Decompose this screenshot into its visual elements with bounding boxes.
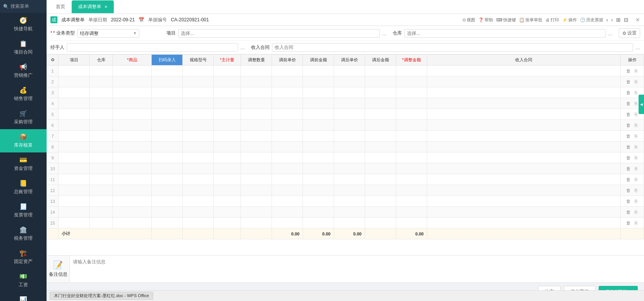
cell-8-6[interactable] [241,142,272,152]
cell-1-1[interactable] [90,66,113,76]
action-print[interactable]: 🖨 打印 [545,17,559,23]
delete-btn-5[interactable]: 🗑 [625,111,632,118]
delete-btn-1[interactable]: 🗑 [625,68,632,74]
cell-5-2[interactable] [113,109,152,120]
copy-btn-1[interactable]: ⎘ [633,68,639,74]
cell-6-2[interactable] [113,120,152,131]
cell-15-6[interactable] [241,218,272,228]
cell-2-10[interactable] [365,76,396,87]
cell-7-4[interactable] [183,131,214,142]
cell-14-0[interactable] [59,207,90,218]
cell-2-7[interactable] [272,76,303,87]
delete-btn-13[interactable]: 🗑 [625,198,632,204]
action-review[interactable]: 📋 按单审批 [519,17,542,23]
cell-2-9[interactable] [334,76,365,87]
cell-2-0[interactable] [59,76,90,87]
cell-1-7[interactable] [272,66,303,76]
cell-4-1[interactable] [90,98,113,109]
cell-9-12[interactable] [427,152,621,163]
action-history[interactable]: 🕐 历史票据 [580,17,603,23]
action-help[interactable]: ❓ 帮助 [478,17,493,23]
cell-11-6[interactable] [241,174,272,185]
cell-5-4[interactable] [183,109,214,120]
cell-1-8[interactable] [303,66,334,76]
cell-13-0[interactable] [59,196,90,207]
cell-4-10[interactable] [365,98,396,109]
cell-10-5[interactable] [214,163,241,174]
cell-13-11[interactable] [396,196,427,207]
cell-9-9[interactable] [334,152,365,163]
warehouse-input[interactable] [404,29,606,38]
action-operations[interactable]: ⚡ 操作 [562,17,577,23]
cell-8-11[interactable] [396,142,427,152]
cell-2-3[interactable] [152,76,183,87]
view-icon-grid[interactable]: ⊞ [616,17,621,23]
calendar-icon[interactable]: 📅 [138,17,144,22]
cell-9-7[interactable] [272,152,303,163]
cell-2-6[interactable] [241,76,272,87]
col-scan-input[interactable]: 扫码录入 [152,55,183,66]
cell-1-9[interactable] [334,66,365,76]
sidebar-search[interactable]: 🔍 搜索菜单 [0,0,47,13]
cell-1-0[interactable] [59,66,90,76]
copy-btn-15[interactable]: ⎘ [633,220,639,226]
cell-14-10[interactable] [365,207,396,218]
cell-15-8[interactable] [303,218,334,228]
cell-2-11[interactable] [396,76,427,87]
cell-3-10[interactable] [365,87,396,98]
sidebar-item-purchase-mgmt[interactable]: 🛒采购管理 [0,106,47,129]
cell-11-0[interactable] [59,174,90,185]
action-view[interactable]: ⊙ 视图 [462,17,475,23]
copy-btn-2[interactable]: ⎘ [633,79,639,85]
cell-8-1[interactable] [90,142,113,152]
cell-6-6[interactable] [241,120,272,131]
cell-5-7[interactable] [272,109,303,120]
cell-3-3[interactable] [152,87,183,98]
cell-3-0[interactable] [59,87,90,98]
window-close-button[interactable]: ✕ [635,17,640,23]
cell-9-1[interactable] [90,152,113,163]
cell-13-1[interactable] [90,196,113,207]
delete-btn-12[interactable]: 🗑 [625,187,632,194]
cell-13-2[interactable] [113,196,152,207]
cell-9-2[interactable] [113,152,152,163]
cell-7-3[interactable] [152,131,183,142]
cell-2-5[interactable] [214,76,241,87]
cell-5-9[interactable] [334,109,365,120]
cell-6-9[interactable] [334,120,365,131]
cell-13-6[interactable] [241,196,272,207]
cell-9-10[interactable] [365,152,396,163]
cell-7-9[interactable] [334,131,365,142]
copy-btn-6[interactable]: ⎘ [633,122,639,128]
tab-home[interactable]: 首页 [50,0,72,13]
cell-12-12[interactable] [427,185,621,196]
cell-10-0[interactable] [59,163,90,174]
cell-5-12[interactable] [427,109,621,120]
cell-15-4[interactable] [183,218,214,228]
sidebar-item-ledger-mgmt[interactable]: 📒总账管理 [0,176,47,199]
copy-btn-8[interactable]: ⎘ [633,144,639,150]
cell-8-5[interactable] [214,142,241,152]
cell-11-12[interactable] [427,174,621,185]
tab-cost-adjust[interactable]: 成本调整单✕ [72,0,114,13]
cell-4-4[interactable] [183,98,214,109]
delete-btn-3[interactable]: 🗑 [625,90,632,96]
cell-4-12[interactable] [427,98,621,109]
cell-5-8[interactable] [303,109,334,120]
cell-10-11[interactable] [396,163,427,174]
cell-4-8[interactable] [303,98,334,109]
cell-10-4[interactable] [183,163,214,174]
cell-1-12[interactable] [427,66,621,76]
sidebar-item-inventory[interactable]: 📦库存核算 [0,129,47,152]
cell-7-7[interactable] [272,131,303,142]
cell-12-1[interactable] [90,185,113,196]
cell-8-4[interactable] [183,142,214,152]
cell-15-3[interactable] [152,218,183,228]
cell-6-7[interactable] [272,120,303,131]
cell-9-0[interactable] [59,152,90,163]
cell-13-3[interactable] [152,196,183,207]
cell-7-6[interactable] [241,131,272,142]
cell-2-4[interactable] [183,76,214,87]
cell-7-12[interactable] [427,131,621,142]
cell-7-11[interactable] [396,131,427,142]
